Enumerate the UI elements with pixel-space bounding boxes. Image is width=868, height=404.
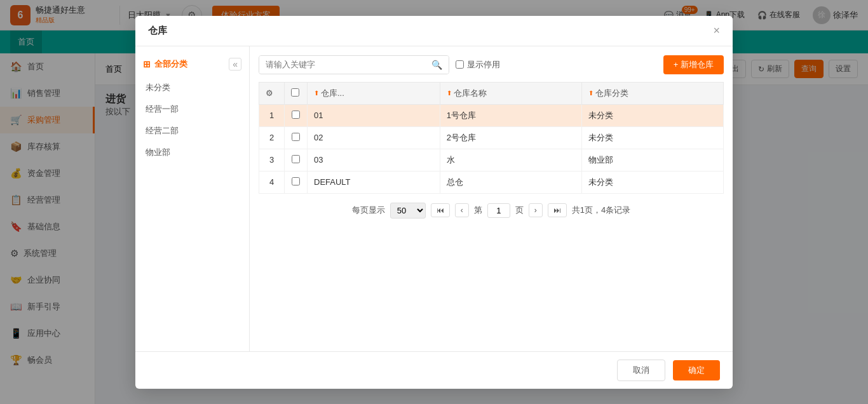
th-warehouse-name[interactable]: ⬆ 仓库名称 (440, 82, 581, 104)
modal-header: 仓库 × (135, 16, 733, 46)
modal-sidebar: ⊞ 全部分类 « 未分类 经营一部 经营二部 物业部 (135, 46, 250, 351)
table-body: 1 01 1号仓库 未分类 2 02 2号仓库 未分类 3 03 水 物业部 4… (259, 104, 724, 193)
row-name: 1号仓库 (440, 104, 581, 126)
search-button[interactable]: 🔍 (425, 56, 449, 74)
row-name: 水 (440, 149, 581, 171)
category-item-dept1[interactable]: 经营一部 (135, 98, 249, 120)
show-disabled-label: 显示停用 (456, 59, 500, 71)
sort-icon-num: ⬆ (314, 90, 319, 97)
add-warehouse-button[interactable]: + 新增仓库 (663, 55, 724, 74)
collapse-button[interactable]: « (229, 58, 241, 71)
row-category: 未分类 (581, 104, 723, 126)
pagination: 每页显示 20 50 100 ⏮ ‹ 第 页 › ⏭ 共1页，4条记录 (259, 194, 724, 222)
first-page-button[interactable]: ⏮ (431, 203, 450, 217)
row-checkbox[interactable] (292, 111, 300, 119)
cancel-button[interactable]: 取消 (617, 360, 665, 381)
show-disabled-text: 显示停用 (467, 59, 500, 71)
th-checkbox (285, 82, 308, 104)
per-page-select[interactable]: 20 50 100 (390, 203, 426, 219)
row-category: 未分类 (581, 126, 723, 149)
th-warehouse-num[interactable]: ⬆ 仓库... (308, 82, 440, 104)
modal-sidebar-header: ⊞ 全部分类 « (135, 54, 249, 77)
modal-overlay: 仓库 × ⊞ 全部分类 « 未分类 经营一部 (0, 0, 868, 404)
page-unit: 页 (515, 205, 524, 216)
modal-table-area: 🔍 显示停用 + 新增仓库 ⚙ (250, 46, 733, 351)
modal-toolbar: 🔍 显示停用 + 新增仓库 (259, 55, 724, 74)
row-index: 4 (259, 171, 285, 193)
row-name: 2号仓库 (440, 126, 581, 149)
row-num: 03 (308, 149, 440, 171)
warehouse-modal: 仓库 × ⊞ 全部分类 « 未分类 经营一部 (135, 16, 733, 389)
row-checkbox-cell[interactable] (285, 149, 308, 171)
sort-icon-cat: ⬆ (588, 90, 593, 97)
grid-icon: ⊞ (143, 59, 151, 69)
sort-icon-name: ⬆ (447, 90, 452, 97)
row-checkbox-cell[interactable] (285, 171, 308, 193)
total-records: 共1页，4条记录 (572, 205, 630, 216)
select-all-checkbox[interactable] (291, 88, 299, 97)
row-index: 2 (259, 126, 285, 149)
row-category: 物业部 (581, 149, 723, 171)
modal-footer: 取消 确定 (135, 351, 733, 389)
row-index: 1 (259, 104, 285, 126)
search-input[interactable] (259, 56, 425, 73)
table-row: 2 02 2号仓库 未分类 (259, 126, 724, 149)
sidebar-category-title: ⊞ 全部分类 (143, 58, 187, 70)
row-num: DEFAULT (308, 171, 440, 193)
row-name: 总仓 (440, 171, 581, 193)
modal-title: 仓库 (148, 25, 167, 37)
show-disabled-checkbox[interactable] (456, 60, 464, 69)
sidebar-category-label: 全部分类 (154, 58, 187, 70)
table-row: 3 03 水 物业部 (259, 149, 724, 171)
row-num: 01 (308, 104, 440, 126)
row-checkbox-cell[interactable] (285, 104, 308, 126)
category-item-property[interactable]: 物业部 (135, 142, 249, 163)
table-row: 1 01 1号仓库 未分类 (259, 104, 724, 126)
last-page-button[interactable]: ⏭ (548, 203, 567, 217)
per-page-label: 每页显示 (352, 205, 385, 216)
page-number-input[interactable] (487, 203, 510, 218)
row-num: 02 (308, 126, 440, 149)
table-header-row: ⚙ ⬆ 仓库... (259, 82, 724, 104)
category-item-dept2[interactable]: 经营二部 (135, 120, 249, 142)
search-wrap: 🔍 (259, 55, 449, 74)
row-checkbox[interactable] (292, 155, 300, 163)
th-warehouse-category[interactable]: ⬆ 仓库分类 (581, 82, 723, 104)
row-checkbox-cell[interactable] (285, 126, 308, 149)
modal-body: ⊞ 全部分类 « 未分类 经营一部 经营二部 物业部 (135, 46, 733, 351)
warehouse-table: ⚙ ⬆ 仓库... (259, 82, 724, 194)
table-row: 4 DEFAULT 总仓 未分类 (259, 171, 724, 193)
row-category: 未分类 (581, 171, 723, 193)
next-page-button[interactable]: › (529, 203, 543, 217)
row-checkbox[interactable] (292, 177, 300, 185)
category-item-unclassified[interactable]: 未分类 (135, 77, 249, 98)
row-index: 3 (259, 149, 285, 171)
table-header: ⚙ ⬆ 仓库... (259, 82, 724, 104)
th-settings[interactable]: ⚙ (259, 82, 285, 104)
confirm-button[interactable]: 确定 (673, 360, 720, 380)
row-checkbox[interactable] (292, 133, 300, 141)
prev-page-button[interactable]: ‹ (455, 203, 469, 217)
modal-close-button[interactable]: × (713, 25, 720, 36)
page-word: 第 (474, 205, 482, 216)
